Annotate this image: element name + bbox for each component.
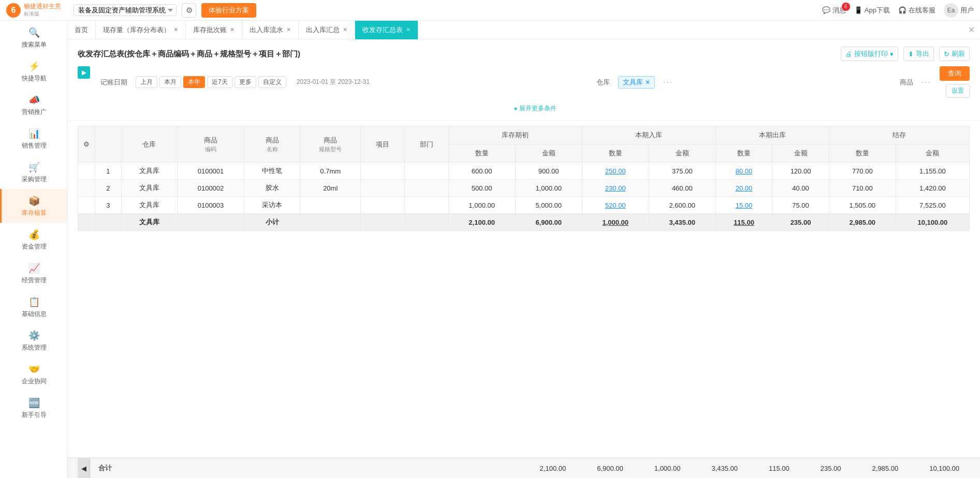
date-more[interactable]: 更多 [235,76,256,88]
row-out-qty[interactable]: 15.00 [715,197,772,214]
system-title-select[interactable]: 装备及固定资产辅助管理系统 [74,4,177,16]
page-header: 收发存汇总表(按仓库＋商品编码＋商品＋规格型号＋项目＋部门) 🖨 按钮版打印 ▾… [67,39,980,66]
tab-close-icon[interactable]: ✕ [230,26,235,33]
refresh-icon: ↻ [944,50,949,58]
online-service-item[interactable]: 🎧 在线客服 [898,6,935,15]
sidebar-item-quicknav[interactable]: ⚡ 快捷导航 [0,54,67,88]
tab-inventory-dist[interactable]: 现存量（库存分布表） ✕ [96,21,186,39]
app-download-item[interactable]: 📱 App下载 [854,6,890,15]
date-this-year[interactable]: 本年 [183,76,205,88]
message-icon: 💬 [822,6,830,14]
trial-button[interactable]: 体验行业方案 [201,3,256,18]
expand-conditions-btn[interactable]: ▾ 展开更多条件 [509,102,562,115]
sidebar-item-baseinfo[interactable]: 📋 基础信息 [0,290,67,324]
date-range: 2023-01-01 至 2023-12-31 [297,78,370,86]
sidebar-item-finance[interactable]: 💰 资金管理 [0,223,67,256]
subtotal-code [177,214,244,231]
table-body: 1 文具库 0100001 中性笔 0.7mm 600.00 900.00 25… [78,163,970,214]
refresh-button[interactable]: ↻ 刷新 [939,47,970,61]
chevron-down-icon: ▾ [890,50,894,58]
gear-button[interactable]: ⚙ [182,3,196,18]
collapse-btn[interactable]: ◀ [78,458,90,478]
print-button[interactable]: 🖨 按钮版打印 ▾ [841,47,898,61]
subtotal-dept [404,214,448,231]
sidebar-item-guide[interactable]: 🆕 新手引导 [0,391,67,425]
export-button[interactable]: ⬇ 导出 [903,47,934,61]
sidebar-item-marketing[interactable]: 📣 营销推广 [0,88,67,122]
th-settings[interactable]: ⚙ [78,126,95,163]
goods-more-btn[interactable]: ··· [922,78,931,87]
date-this-month[interactable]: 本月 [159,76,181,88]
tab-receipt-summary[interactable]: 收发存汇总表 ✕ [355,21,418,39]
marketing-icon: 📣 [28,94,40,106]
row-warehouse: 文具库 [121,163,177,180]
message-icon-item[interactable]: 💬 消息 6 [822,6,846,15]
subtotal-row: 文具库 小计 2,100.00 6,900.00 1,000.00 3,435.… [78,214,970,231]
tab-close-icon[interactable]: ✕ [406,26,411,33]
tab-close-icon[interactable]: ✕ [173,26,178,33]
total-bal-amt: 10,100.00 [929,465,959,472]
tab-summary[interactable]: 出入库汇总 ✕ [299,21,355,39]
th-inbound: 本期入库 [582,126,715,144]
row-in-qty[interactable]: 230.00 [582,180,649,197]
sidebar-item-inventory[interactable]: 📦 库存核算 [0,189,67,223]
tab-close-icon[interactable]: ✕ [286,26,291,33]
page-title: 收发存汇总表(按仓库＋商品编码＋商品＋规格型号＋项目＋部门) [78,49,300,59]
date-prev-month[interactable]: 上月 [136,76,157,88]
row-bal-qty: 1,505.00 [829,197,896,214]
logo-sub: 标准版 [24,10,61,18]
sidebar-item-sales[interactable]: 📊 销售管理 [0,122,67,155]
tab-flow[interactable]: 出入库流水 ✕ [242,21,299,39]
th-dept: 部门 [404,126,448,163]
expand-row: ▾ 展开更多条件 [100,102,970,115]
sidebar-label-operations: 经营管理 [22,276,47,285]
date-buttons: 上月 本月 本年 近7天 更多 自定义 [136,76,286,88]
tab-summary-label: 出入库汇总 [306,25,340,35]
sidebar-label-sales: 销售管理 [22,141,47,150]
tab-batch[interactable]: 库存批次账 ✕ [186,21,242,39]
warehouse-tag-close[interactable]: ✕ [645,79,650,86]
row-out-qty[interactable]: 20.00 [715,180,772,197]
subtotal-out-amt: 235.00 [772,214,829,231]
sales-icon: 📊 [28,128,40,139]
filter-toggle[interactable]: ▶ [78,66,90,79]
purchase-icon: 🛒 [28,162,40,173]
warehouse-more-btn[interactable]: ··· [663,78,673,87]
row-in-qty[interactable]: 250.00 [582,163,649,180]
subtotal-warehouse: 文具库 [121,214,177,231]
table-row: 1 文具库 0100001 中性笔 0.7mm 600.00 900.00 25… [78,163,970,180]
subtotal-project [361,214,405,231]
tab-home[interactable]: 首页 [67,21,96,39]
date-label: 记账日期 [100,78,127,87]
row-in-qty[interactable]: 520.00 [582,197,649,214]
warehouse-label: 仓库 [596,78,610,87]
user-item[interactable]: Ea 用户 [944,3,974,18]
tabs-close-all[interactable]: ✕ [968,25,980,35]
sidebar-item-corp[interactable]: 🤝 企业协同 [0,357,67,391]
th-open-amt: 金额 [515,144,582,163]
finance-icon: 💰 [28,229,40,240]
th-project: 项目 [361,126,405,163]
sidebar-item-search[interactable]: 🔍 搜索菜单 [0,21,67,54]
row-name: 中性笔 [244,163,300,180]
date-custom[interactable]: 自定义 [258,76,286,88]
subtotal-in-qty[interactable]: 1,000.00 [582,214,649,231]
row-open-amt: 900.00 [515,163,582,180]
th-no [95,126,122,163]
subtotal-out-qty[interactable]: 115.00 [715,214,772,231]
row-out-qty[interactable]: 80.00 [715,163,772,180]
row-project [361,197,405,214]
tab-close-icon[interactable]: ✕ [343,26,347,33]
tab-receipt-summary-label: 收发存汇总表 [362,25,403,35]
filter-settings-button[interactable]: 设置 [946,84,970,98]
sidebar-item-sysmanage[interactable]: ⚙️ 系统管理 [0,324,67,357]
sidebar-label-inventory: 库存核算 [22,209,47,218]
row-no: 2 [95,180,122,197]
query-button[interactable]: 查询 [940,66,970,81]
row-spec: 0.7mm [300,163,361,180]
sidebar-item-purchase[interactable]: 🛒 采购管理 [0,155,67,189]
date-7days[interactable]: 近7天 [207,76,232,88]
total-open-amt: 6,900.00 [597,465,623,472]
sidebar-item-operations[interactable]: 📈 经营管理 [0,256,67,290]
app-container: 6 畅捷通好生意 标准版 装备及固定资产辅助管理系统 ⚙ 体验行业方案 💬 消息… [0,0,980,478]
